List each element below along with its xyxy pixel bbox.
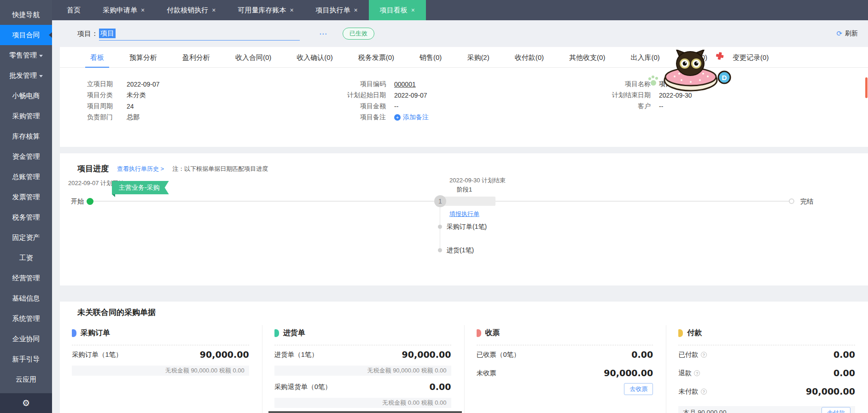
plan-start-date: 2022-09-07 (394, 92, 427, 99)
stage-1-node[interactable]: 1 (434, 195, 446, 207)
refresh-icon: ⟳ (836, 29, 842, 38)
milestone-dot (438, 225, 442, 229)
stat-row: 已付款? 0.00 (678, 345, 855, 364)
payment-card: 付款 已付款? 0.00 退款? 0.00 未付款? 90,000.00 (666, 325, 868, 413)
milestone-purchase-order: 采购订单(1笔) (447, 223, 487, 231)
tab-project-execution[interactable]: 项目执行单× (305, 0, 369, 20)
subtab-income-contract[interactable]: 收入合同(0) (230, 47, 276, 68)
add-remark-link[interactable]: +添加备注 (394, 113, 429, 122)
stat-value: 90,000.00 (604, 368, 653, 378)
project-code-link[interactable]: 000001 (394, 81, 416, 88)
subtab-budget-analysis[interactable]: 预算分析 (124, 47, 162, 68)
tab-label: 首页 (67, 6, 81, 15)
sidebar-item-ecommerce[interactable]: 小畅电商 (0, 86, 52, 106)
field-label: 项目编码 (338, 80, 386, 88)
close-icon[interactable]: × (354, 6, 358, 14)
stat-label: 已收票（0笔） (477, 350, 520, 359)
subtab-dashboard[interactable]: 看板 (85, 47, 109, 68)
subtab-sales[interactable]: 销售(0) (414, 47, 447, 68)
help-icon[interactable]: ? (701, 389, 707, 395)
field-label: 项目名称 (593, 80, 651, 88)
subtab-change-log[interactable]: 变更记录(0) (728, 47, 774, 68)
project-progress-panel: 项目进度 查看执行单历史 > 注：以下根据单据日期匹配项目进度 2022-09-… (60, 153, 868, 285)
plan-end-label: 2022-09-30 计划结束 (449, 176, 506, 185)
field-label: 项目分类 (77, 91, 113, 99)
vertical-scrollbar-thumb[interactable] (865, 77, 868, 98)
sidebar-item-enterprise-collab[interactable]: 企业协同 (0, 329, 52, 349)
stat-label: 未付款? (678, 387, 707, 396)
project-filter-input[interactable]: 项目 (99, 27, 300, 41)
tax-detail-row: 无税金额 90,000.00 税额 0.00 (72, 366, 249, 376)
sidebar-item-project-contract[interactable]: 项目合同 (0, 25, 52, 45)
refresh-label: 刷新 (845, 29, 858, 38)
subtab-income-confirm[interactable]: 收入确认(0) (291, 47, 338, 68)
section-heading: 未关联合同的采购单据 (77, 307, 868, 318)
card-marker (72, 329, 76, 337)
stat-value: 0.00 (833, 368, 855, 378)
tax-detail-row: 无税金额 90,000.00 税额 0.00 (274, 366, 451, 376)
sidebar-item-quick-nav[interactable]: 快捷导航 (0, 5, 52, 25)
sidebar-footer: ⚙ (0, 393, 52, 413)
close-icon[interactable]: × (411, 6, 415, 14)
sidebar-item-fixed-assets[interactable]: 固定资产 (0, 227, 52, 248)
help-icon[interactable]: ? (694, 370, 700, 376)
stat-value: 0.00 (631, 349, 653, 360)
field-label: 计划结束日期 (593, 91, 651, 99)
project-period: 24 (127, 103, 134, 110)
timeline-start-dot (87, 198, 93, 205)
sidebar-item-inventory-accounting[interactable]: 库存核算 (0, 126, 52, 146)
selected-input-text: 项目 (99, 29, 116, 38)
stat-value: 90,000.00 (200, 349, 249, 360)
badge-letter: D (722, 74, 727, 81)
card-marker (274, 329, 279, 337)
sidebar-item-retail[interactable]: 零售管理 (0, 45, 52, 65)
app-window: 快捷导航 项目合同 零售管理 批发管理 小畅电商 采购管理 库存核算 资金管理 … (0, 0, 868, 413)
stat-row: 已收票（0笔） 0.00 (477, 345, 653, 364)
sidebar-item-invoice-mgmt[interactable]: 发票管理 (0, 187, 52, 207)
subtab-tax-invoice[interactable]: 税务发票(0) (353, 47, 399, 68)
subtab-receipts-payments[interactable]: 收付款(0) (510, 47, 549, 68)
close-icon[interactable]: × (212, 6, 216, 14)
sidebar-item-beginner-guide[interactable]: 新手引导 (0, 349, 52, 369)
top-tabbar: 首页 采购申请单× 付款核销执行× 可用量库存账本× 项目执行单× 项目看板× (52, 0, 868, 20)
horizontal-scrollbar-thumb[interactable] (268, 411, 462, 413)
tab-available-stock-ledger[interactable]: 可用量库存账本× (227, 0, 304, 20)
sidebar-item-wholesale[interactable]: 批发管理 (0, 65, 52, 86)
close-icon[interactable]: × (290, 6, 293, 14)
sidebar-item-system-mgmt[interactable]: 系统管理 (0, 308, 52, 329)
tab-purchase-request[interactable]: 采购申请单× (92, 0, 156, 20)
tab-label: 项目执行单 (316, 6, 350, 15)
go-pay-button[interactable]: 去付款 (821, 407, 851, 413)
sidebar-item-purchasing[interactable]: 采购管理 (0, 106, 52, 126)
refresh-button[interactable]: ⟳ 刷新 (836, 29, 858, 38)
info-column-1: 立项日期2022-09-07 项目分类未分类 项目周期24 负责部门总部 (77, 80, 338, 124)
sidebar-item-tax-mgmt[interactable]: 税务管理 (0, 207, 52, 227)
tab-project-dashboard[interactable]: 项目看板× (369, 0, 426, 20)
subtab-profit-analysis[interactable]: 盈利分析 (177, 47, 215, 68)
paw-icon (648, 76, 658, 86)
sidebar-item-general-ledger[interactable]: 总账管理 (0, 167, 52, 187)
subtab-purchase[interactable]: 采购(2) (462, 47, 494, 68)
detail-subtabs: 看板 预算分析 盈利分析 收入合同(0) 收入确认(0) 税务发票(0) 销售(… (60, 47, 868, 68)
sidebar-item-funds[interactable]: 资金管理 (0, 146, 52, 167)
stat-label-text: 已付款 (678, 350, 699, 359)
project-info-grid: 立项日期2022-09-07 项目分类未分类 项目周期24 负责部门总部 项目编… (60, 68, 868, 124)
sidebar: 快捷导航 项目合同 零售管理 批发管理 小畅电商 采购管理 库存核算 资金管理 … (0, 0, 52, 413)
tab-payment-writeoff[interactable]: 付款核销执行× (156, 0, 227, 20)
help-icon[interactable]: ? (701, 352, 707, 358)
gear-icon[interactable]: ⚙ (22, 398, 30, 408)
stat-row: 采购订单（1笔） 90,000.00 (72, 345, 249, 364)
more-options-icon[interactable]: ⋯ (319, 29, 328, 39)
fill-execution-order-link[interactable]: 填报执行单 (449, 210, 479, 218)
unlinked-purchase-panel: 未关联合同的采购单据 采购订单 采购订单（1笔） 90,000.00 无税金额 … (60, 302, 868, 413)
go-collect-invoice-button[interactable]: 去收票 (624, 383, 653, 395)
main-business-ribbon: 主营业务-采购 (112, 181, 169, 194)
sidebar-item-cloud-apps[interactable]: 云应用 (0, 369, 52, 390)
timeline-end-ring (789, 198, 794, 204)
sidebar-item-base-info[interactable]: 基础信息 (0, 288, 52, 308)
tab-home[interactable]: 首页 (56, 0, 92, 20)
subtab-other-income-expense[interactable]: 其他收支(0) (564, 47, 610, 68)
close-icon[interactable]: × (141, 6, 145, 14)
sidebar-item-payroll[interactable]: 工资 (0, 248, 52, 268)
sidebar-item-operations[interactable]: 经营管理 (0, 268, 52, 288)
